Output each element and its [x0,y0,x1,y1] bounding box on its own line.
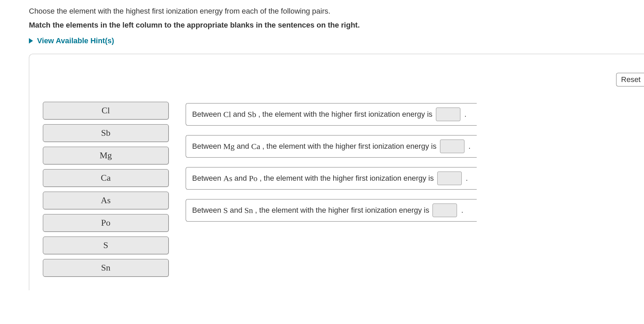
drag-tile[interactable]: S [43,237,169,254]
element-symbol: Mg [223,142,235,151]
sentence-period: . [464,110,467,119]
element-symbol: Ca [251,142,260,151]
sentence-tail: , the element with the higher first ioni… [255,206,429,215]
sentence-row: Between Mg and Ca , the element with the… [186,135,477,158]
question-text: Choose the element with the highest firs… [29,7,644,16]
sentence-column: Between Cl and Sb , the element with the… [186,103,477,277]
instruction-text: Match the elements in the left column to… [29,21,644,30]
reset-button[interactable]: Reset [616,73,644,86]
sentence-period: . [461,206,463,215]
drop-slot[interactable] [436,108,460,121]
view-hints-toggle[interactable]: View Available Hint(s) [29,36,114,45]
drag-tile[interactable]: Sb [43,124,169,142]
sentence-period: . [469,142,471,151]
drop-slot[interactable] [433,204,457,217]
element-symbol: Sn [244,206,253,215]
drag-tile[interactable]: Mg [43,147,169,164]
sentence-prefix: Between [192,142,221,151]
drop-slot[interactable] [437,172,462,185]
chevron-right-icon [29,38,33,44]
drag-tile[interactable]: Cl [43,102,169,119]
sentence-mid: and [233,110,245,119]
sentence-mid: and [230,206,242,215]
sentence-mid: and [237,142,249,151]
element-symbol: Po [249,174,257,183]
drop-slot[interactable] [440,140,464,153]
sentence-tail: , the element with the higher first ioni… [259,174,434,183]
sentence-prefix: Between [192,206,221,215]
sentence-prefix: Between [192,110,221,119]
element-symbol: Sb [248,110,256,119]
sentence-mid: and [234,174,247,183]
element-symbol: As [223,174,233,183]
sentence-row: Between Cl and Sb , the element with the… [186,103,477,126]
drag-tile[interactable]: Sn [43,259,169,277]
sentence-tail: , the element with the higher first ioni… [258,110,432,119]
drag-tile[interactable]: Ca [43,169,169,187]
element-symbol: Cl [223,110,231,119]
drag-tile[interactable]: As [43,192,169,209]
sentence-prefix: Between [192,174,221,183]
sentence-tail: , the element with the higher first ioni… [262,142,436,151]
sentence-row: Between S and Sn , the element with the … [186,199,477,222]
sentence-row: Between As and Po , the element with the… [186,167,477,190]
sentence-period: . [466,174,468,183]
drag-tiles-column: Cl Sb Mg Ca As Po S Sn [43,102,169,277]
element-symbol: S [223,206,228,215]
hints-label: View Available Hint(s) [37,36,114,45]
drag-tile[interactable]: Po [43,214,169,232]
matching-work-area: Reset Cl Sb Mg Ca As Po S Sn Between Cl … [29,54,644,290]
